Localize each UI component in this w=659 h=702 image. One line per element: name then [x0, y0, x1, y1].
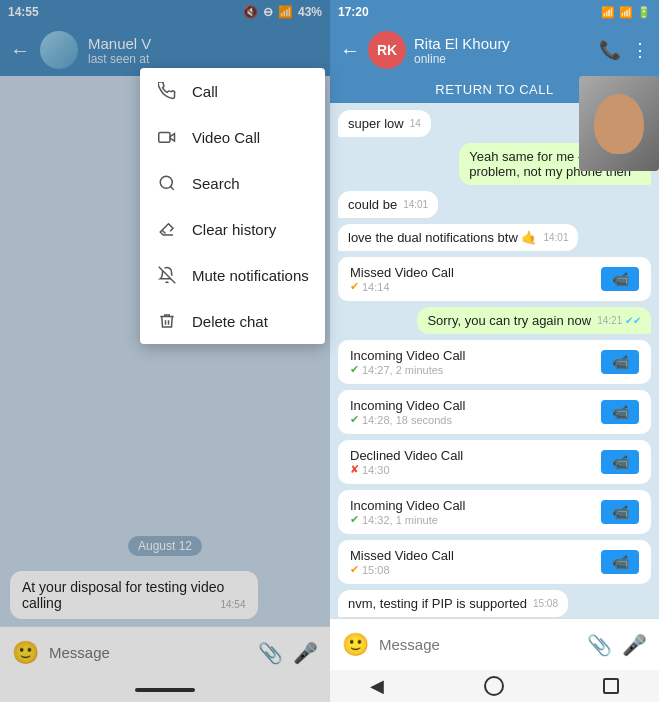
- call-info-5: Missed Video Call ✔ 15:08: [350, 548, 454, 576]
- emoji-icon-right[interactable]: 🙂: [342, 632, 369, 658]
- call-item-5: Missed Video Call ✔ 15:08 📹: [338, 540, 651, 584]
- msg-r-0-text: super low: [348, 116, 404, 131]
- return-to-call-text: RETURN TO CALL: [435, 82, 554, 97]
- msg-r-3: love the dual notifications btw 🤙 14:01: [338, 224, 578, 251]
- avatar-rk: RK: [368, 31, 406, 69]
- back-nav-icon[interactable]: ◀: [370, 675, 384, 697]
- svg-line-2: [159, 267, 176, 284]
- attach-icon-right[interactable]: 📎: [587, 633, 612, 657]
- call-label-4: Incoming Video Call: [350, 498, 465, 513]
- msg-s-5-text: Sorry, you can try again now: [427, 313, 591, 328]
- call-time-5: ✔ 15:08: [350, 563, 454, 576]
- video-call-icon: [156, 126, 178, 148]
- call-label-0: Missed Video Call: [350, 265, 454, 280]
- call-time-3: ✘ 14:30: [350, 463, 463, 476]
- call-tick-3: ✘: [350, 463, 359, 476]
- call-time-text-5: 15:08: [362, 564, 390, 576]
- msg-r-11-text: nvm, testing if PIP is supported: [348, 596, 527, 611]
- msg-r-3-text: love the dual notifications btw 🤙: [348, 230, 537, 245]
- menu-clear-label: Clear history: [192, 221, 276, 238]
- bluetooth-icon: 📶: [601, 6, 615, 19]
- call-item-4: Incoming Video Call ✔ 14:32, 1 minute 📹: [338, 490, 651, 534]
- message-input-right[interactable]: [379, 636, 577, 653]
- call-time-text-1: 14:27, 2 minutes: [362, 364, 443, 376]
- call-time-4: ✔ 14:32, 1 minute: [350, 513, 465, 526]
- video-icon-blue-2: 📹: [601, 400, 639, 424]
- call-label-5: Missed Video Call: [350, 548, 454, 563]
- call-item-3: Declined Video Call ✘ 14:30 📹: [338, 440, 651, 484]
- chat-header-right: ← RK Rita El Khoury online 📞 ⋮: [330, 24, 659, 76]
- msg-s-5-time: 14:21 ✔✔: [597, 315, 641, 326]
- video-icon-blue-4: 📹: [601, 500, 639, 524]
- msg-r-11-time: 15:08: [533, 598, 558, 609]
- call-tick-1: ✔: [350, 363, 359, 376]
- svg-point-1: [160, 176, 172, 188]
- avatar-initials: RK: [377, 42, 397, 58]
- msg-r-0: super low 14: [338, 110, 431, 137]
- menu-search-label: Search: [192, 175, 240, 192]
- menu-video-label: Video Call: [192, 129, 260, 146]
- pip-thumbnail: [579, 76, 659, 171]
- menu-item-delete[interactable]: Delete chat: [140, 298, 325, 344]
- call-time-2: ✔ 14:28, 18 seconds: [350, 413, 465, 426]
- search-menu-icon: [156, 172, 178, 194]
- call-label-2: Incoming Video Call: [350, 398, 465, 413]
- call-info-4: Incoming Video Call ✔ 14:32, 1 minute: [350, 498, 465, 526]
- home-button-icon[interactable]: [484, 676, 504, 696]
- menu-mute-label: Mute notifications: [192, 267, 309, 284]
- contact-name-right: Rita El Khoury: [414, 35, 591, 52]
- eraser-icon: [156, 218, 178, 240]
- face-shape: [594, 94, 644, 154]
- msg-r-2-text: could be: [348, 197, 397, 212]
- call-tick-2: ✔: [350, 413, 359, 426]
- pip-video-feed: [579, 76, 659, 171]
- call-time-text-0: 14:14: [362, 281, 390, 293]
- messages-right: super low 14 Yeah same for me - so it's …: [330, 103, 659, 618]
- call-time-1: ✔ 14:27, 2 minutes: [350, 363, 465, 376]
- menu-call-label: Call: [192, 83, 218, 100]
- recents-button-icon[interactable]: [603, 678, 619, 694]
- back-arrow-right-icon[interactable]: ←: [340, 39, 360, 62]
- call-tick-5: ✔: [350, 563, 359, 576]
- call-info-3: Declined Video Call ✘ 14:30: [350, 448, 463, 476]
- call-tick-0: ✔: [350, 280, 359, 293]
- call-info-0: Missed Video Call ✔ 14:14: [350, 265, 454, 293]
- msg-r-2-time: 14:01: [403, 199, 428, 210]
- bell-off-icon: [156, 264, 178, 286]
- right-panel: 17:20 📶 📶 🔋 ← RK Rita El Khoury online 📞…: [330, 0, 659, 702]
- video-icon-blue-3: 📹: [601, 450, 639, 474]
- call-tick-4: ✔: [350, 513, 359, 526]
- call-time-text-2: 14:28, 18 seconds: [362, 414, 452, 426]
- phone-icon-right[interactable]: 📞: [599, 39, 621, 61]
- menu-item-clear-history[interactable]: Clear history: [140, 206, 325, 252]
- nav-bar-right: ◀: [330, 670, 659, 702]
- msg-r-2: could be 14:01: [338, 191, 438, 218]
- call-time-0: ✔ 14:14: [350, 280, 454, 293]
- video-icon-blue-0: 📹: [601, 267, 639, 291]
- video-icon-blue-5: 📹: [601, 550, 639, 574]
- msg-r-3-time: 14:01: [543, 232, 568, 243]
- left-panel: 14:55 🔇 ⊖ 📶 43% ← Manuel V last seen at …: [0, 0, 330, 702]
- msg-s-5: Sorry, you can try again now 14:21 ✔✔: [417, 307, 651, 334]
- call-item-0: Missed Video Call ✔ 14:14 📹: [338, 257, 651, 301]
- more-options-icon[interactable]: ⋮: [631, 39, 649, 61]
- menu-item-search[interactable]: Search: [140, 160, 325, 206]
- call-info-2: Incoming Video Call ✔ 14:28, 18 seconds: [350, 398, 465, 426]
- call-item-1: Incoming Video Call ✔ 14:27, 2 minutes 📹: [338, 340, 651, 384]
- input-bar-right: 🙂 📎 🎤: [330, 618, 659, 670]
- menu-item-video-call[interactable]: Video Call: [140, 114, 325, 160]
- msg-r-0-time: 14: [410, 118, 421, 129]
- call-label-3: Declined Video Call: [350, 448, 463, 463]
- status-bar-right: 17:20 📶 📶 🔋: [330, 0, 659, 24]
- phone-icon: [156, 80, 178, 102]
- signal-icon: 📶: [619, 6, 633, 19]
- msg-r-11: nvm, testing if PIP is supported 15:08: [338, 590, 568, 617]
- battery-right: 🔋: [637, 6, 651, 19]
- header-icons-right: 📞 ⋮: [599, 39, 649, 61]
- svg-rect-0: [159, 133, 170, 143]
- mic-icon-right[interactable]: 🎤: [622, 633, 647, 657]
- menu-item-mute[interactable]: Mute notifications: [140, 252, 325, 298]
- menu-item-call[interactable]: Call: [140, 68, 325, 114]
- status-icons-right: 📶 📶 🔋: [601, 6, 651, 19]
- call-label-1: Incoming Video Call: [350, 348, 465, 363]
